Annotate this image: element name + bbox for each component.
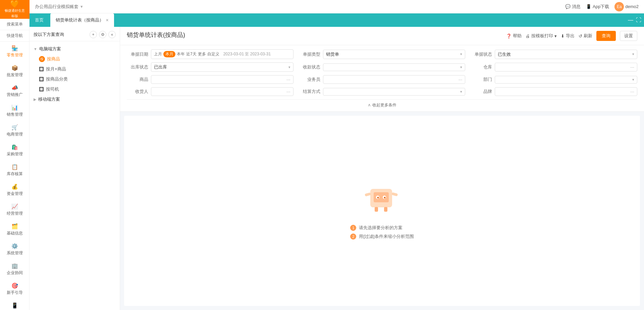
template-print-btn[interactable]: 🖨 按模板打印 ▾ bbox=[526, 33, 557, 39]
out-status-dropdown[interactable]: 已出库 ▾ bbox=[151, 62, 293, 72]
svg-point-5 bbox=[384, 197, 386, 199]
scheme-item-by-cashier[interactable]: 🔲 按司机 bbox=[30, 84, 120, 94]
sidebar-item-system[interactable]: ⚙️ 系统管理 bbox=[0, 240, 29, 259]
hint-text-1: 请先选择要分析的方案 bbox=[359, 225, 402, 231]
doc-type-value: 销货单 bbox=[326, 51, 461, 57]
messages-btn[interactable]: 💬 消息 bbox=[565, 4, 581, 10]
message-icon: 💬 bbox=[565, 4, 571, 9]
settings-btn[interactable]: 设置 bbox=[620, 31, 637, 41]
sidebar-item-ecommerce[interactable]: 🛒 电商管理 bbox=[0, 121, 29, 141]
sidebar-item-marketing[interactable]: 📣 营销推广 bbox=[0, 81, 29, 101]
collapse-text: ∧ 收起更多条件 bbox=[368, 103, 396, 107]
scheme-group-mobile-title[interactable]: ▶ 移动端方案 bbox=[30, 94, 120, 104]
doc-type-label: 单据类型 bbox=[299, 51, 320, 57]
doc-status-label: 单据状态 bbox=[471, 51, 492, 57]
add-scheme-btn[interactable]: + bbox=[90, 31, 97, 38]
hint-text-2: 用[过滤]条件来缩小分析范围 bbox=[359, 234, 414, 240]
date-shortcut-7days[interactable]: 近7天 bbox=[186, 51, 197, 57]
date-shortcut-this-month[interactable]: 本月 bbox=[163, 51, 175, 57]
sidebar-item-label: 企业协同 bbox=[7, 270, 23, 276]
print-dropdown-icon: ▾ bbox=[554, 34, 557, 39]
quick-nav[interactable]: 快捷导航 bbox=[0, 30, 29, 42]
empty-robot-svg bbox=[362, 182, 402, 216]
svg-rect-6 bbox=[375, 207, 378, 212]
add-icon: + bbox=[92, 32, 94, 37]
logo-icon: 🧡 bbox=[10, 0, 19, 8]
app-download-btn[interactable]: 📱 App下载 bbox=[586, 4, 609, 10]
sidebar-item-sales[interactable]: 📊 销售管理 bbox=[0, 101, 29, 121]
scheme-group-desktop-title[interactable]: ▼ 电脑端方案 bbox=[30, 44, 120, 54]
sidebar-item-label: 批发管理 bbox=[7, 72, 23, 78]
doc-status-dropdown[interactable]: 已生效 ▾ bbox=[495, 50, 637, 59]
sidebar-item-retail[interactable]: 🏪 零售管理 bbox=[0, 42, 29, 61]
page-title: 销货单统计表(按商品) bbox=[127, 31, 185, 43]
tab-maximize-icon[interactable]: ⛶ bbox=[636, 17, 641, 23]
out-status-value: 已出库 bbox=[154, 64, 288, 70]
sidebar-item-basic[interactable]: 🗂️ 基础信息 bbox=[0, 220, 29, 240]
sidebar-item-finance[interactable]: 💰 资金管理 bbox=[0, 180, 29, 200]
download-icon: 📱 bbox=[586, 4, 591, 9]
sidebar-item-enterprise[interactable]: 🏢 企业协同 bbox=[0, 259, 29, 279]
sidebar-item-guide[interactable]: 🎯 新手引导 bbox=[0, 279, 29, 299]
search-menu[interactable]: 搜索菜单 bbox=[0, 19, 29, 30]
app-download-label: App下载 bbox=[593, 4, 609, 10]
expand-icon: ▼ bbox=[34, 47, 37, 51]
salesperson-ellipsis: ··· bbox=[459, 77, 463, 82]
date-shortcut-this-year[interactable]: 本年 bbox=[177, 51, 185, 57]
receipt-status-dropdown[interactable]: ▾ bbox=[323, 63, 466, 71]
sidebar: 🧡 畅捷通好生意 标版 搜索菜单 快捷导航 🏪 零售管理 📦 批发管理 📣 营销… bbox=[0, 0, 30, 310]
sidebar-item-inventory[interactable]: 📋 库存核算 bbox=[0, 160, 29, 180]
user-profile[interactable]: Ea demo2 bbox=[614, 2, 639, 11]
refresh-label: 刷新 bbox=[584, 33, 592, 39]
scheme-group-mobile: ▶ 移动端方案 bbox=[30, 94, 120, 104]
tab-home[interactable]: 首页 bbox=[30, 13, 49, 27]
query-btn[interactable]: 查询 bbox=[596, 31, 616, 41]
product-field[interactable]: ··· bbox=[151, 75, 293, 84]
user-avatar: Ea bbox=[614, 2, 624, 11]
date-shortcut-custom[interactable]: 自定义 bbox=[207, 51, 219, 57]
active-dot: 按 bbox=[39, 56, 45, 62]
main-area: 办公用品行业模拟账套 ▾ 💬 消息 📱 App下载 Ea demo2 首页 bbox=[30, 0, 644, 310]
tab-close-icon[interactable]: ✕ bbox=[106, 18, 109, 22]
sidebar-item-wholesale[interactable]: 📦 批发管理 bbox=[0, 61, 29, 81]
group-label: 电脑端方案 bbox=[39, 46, 61, 52]
scheme-item-by-product[interactable]: 按 按商品 bbox=[30, 54, 120, 64]
sidebar-item-label: 销售管理 bbox=[7, 112, 23, 117]
brand-field[interactable]: ··· bbox=[495, 87, 637, 96]
date-field[interactable]: 上月 本月 本年 近7天 更多 自定义 2023-03-01 至 2023-03… bbox=[151, 49, 293, 59]
system-icon: ⚙️ bbox=[11, 243, 18, 249]
messages-label: 消息 bbox=[572, 4, 581, 10]
recipient-field[interactable]: ··· bbox=[151, 87, 293, 96]
industry-name: 办公用品行业模拟账套 bbox=[35, 4, 78, 10]
settings-scheme-btn[interactable]: ⚙ bbox=[99, 31, 106, 38]
help-btn[interactable]: ❓ 帮助 bbox=[506, 33, 522, 39]
out-status-arrow: ▾ bbox=[288, 65, 290, 69]
sidebar-item-label: 营销推广 bbox=[7, 92, 23, 98]
sidebar-item-purchase[interactable]: 🛍️ 采购管理 bbox=[0, 141, 29, 160]
doc-status-arrow: ▾ bbox=[632, 52, 634, 56]
date-shortcut-last-month[interactable]: 上月 bbox=[154, 51, 162, 57]
export-btn[interactable]: ⬇ 导出 bbox=[561, 33, 575, 39]
help-icon: ❓ bbox=[506, 34, 512, 39]
scheme-item-by-category[interactable]: 🔲 按商品分类 bbox=[30, 74, 120, 84]
collapse-panel-btn[interactable]: « bbox=[108, 31, 116, 38]
scheme-item-by-month-product[interactable]: 🔲 按月+商品 bbox=[30, 64, 120, 74]
settlement-dropdown[interactable]: ▾ bbox=[323, 88, 466, 96]
tab-minimize-icon[interactable]: — bbox=[628, 17, 633, 23]
sidebar-item-operations[interactable]: 📈 经营管理 bbox=[0, 200, 29, 220]
warehouse-dropdown[interactable]: ··· bbox=[495, 63, 637, 71]
salesperson-field[interactable]: ··· bbox=[323, 75, 466, 84]
dept-dropdown[interactable]: ▾ bbox=[495, 76, 637, 84]
date-shortcut-more[interactable]: 更多 bbox=[198, 51, 206, 57]
sidebar-item-apps[interactable]: 📱 应用中心 bbox=[0, 299, 29, 310]
tab-home-label: 首页 bbox=[35, 17, 44, 23]
scheme-icon: 🔲 bbox=[39, 67, 44, 71]
tab-sales-stats[interactable]: 销货单统计表（按商品） ✕ bbox=[50, 13, 114, 27]
refresh-btn[interactable]: ↺ 刷新 bbox=[579, 33, 592, 39]
page-actions: ❓ 帮助 🖨 按模板打印 ▾ ⬇ 导出 ↺ 刷新 bbox=[506, 31, 637, 45]
receipt-status-label: 收款状态 bbox=[299, 64, 320, 70]
doc-type-dropdown[interactable]: 销货单 ▾ bbox=[323, 50, 466, 59]
collapse-btn[interactable]: ∧ 收起更多条件 bbox=[127, 99, 637, 111]
app-logo[interactable]: 🧡 畅捷通好生意 标版 bbox=[0, 0, 30, 19]
scheme-icon: 🔲 bbox=[39, 87, 44, 92]
